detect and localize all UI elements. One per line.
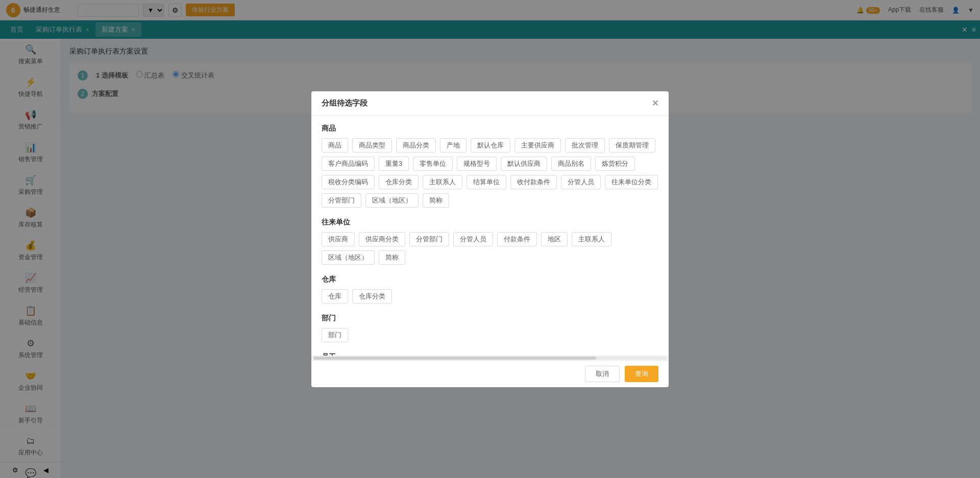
section-goods-tags: 商品 商品类型 商品分类 产地 默认仓库 主要供应商 批次管理 保质期管理 客户…	[322, 138, 658, 208]
field-tag-goods-type[interactable]: 商品类型	[352, 138, 392, 153]
field-tag-main-contact2[interactable]: 主联系人	[572, 232, 611, 246]
modal-footer: 取消 查询	[311, 360, 669, 387]
field-tag-retail-unit[interactable]: 零售单位	[413, 157, 453, 171]
modal-overlay: 分组待选字段 ✕ 商品 商品 商品类型 商品分类 产地 默认仓库 主要供应商 批…	[0, 0, 980, 478]
field-tag-warehouse-category[interactable]: 仓库分类	[379, 175, 419, 189]
field-tag-dept-mgmt[interactable]: 分管部门	[322, 193, 361, 208]
field-tag-goods-category[interactable]: 商品分类	[396, 138, 436, 153]
field-tag-customer-code[interactable]: 客户商品编码	[322, 157, 375, 171]
field-tag-main-supplier[interactable]: 主要供应商	[514, 138, 561, 153]
section-warehouse-title: 仓库	[322, 275, 658, 284]
modal-horizontal-scrollbar[interactable]	[311, 356, 669, 360]
section-warehouse-tags: 仓库 仓库分类	[322, 289, 658, 304]
field-tag-payment-cond[interactable]: 付款条件	[497, 232, 537, 246]
field-tag-related-unit-cat[interactable]: 往来单位分类	[605, 175, 658, 189]
section-partner-tags: 供应商 供应商分类 分管部门 分管人员 付款条件 地区 主联系人 区域（地区） …	[322, 232, 658, 265]
field-tag-settlement-unit[interactable]: 结算单位	[467, 175, 506, 189]
field-tag-goods-alias[interactable]: 商品别名	[551, 157, 591, 171]
field-tag-abbr-goods[interactable]: 简称	[423, 193, 449, 208]
field-tag-partner-dept[interactable]: 分管部门	[409, 232, 449, 246]
field-tag-payment-terms[interactable]: 收付款条件	[510, 175, 557, 189]
field-tag-warehouse[interactable]: 仓库	[322, 289, 348, 304]
field-tag-refine-points[interactable]: 炼货积分	[595, 157, 635, 171]
field-tag-tax-code[interactable]: 税收分类编码	[322, 175, 375, 189]
field-tag-main-contact[interactable]: 主联系人	[423, 175, 462, 189]
field-tag-spec-model[interactable]: 规格型号	[457, 157, 497, 171]
field-tag-default-warehouse[interactable]: 默认仓库	[471, 138, 510, 153]
field-tag-supplier-cat[interactable]: 供应商分类	[359, 232, 405, 246]
modal-close-button[interactable]: ✕	[652, 98, 658, 108]
field-tag-supplier[interactable]: 供应商	[322, 232, 355, 246]
field-tag-origin[interactable]: 产地	[440, 138, 467, 153]
field-tag-batch-mgmt[interactable]: 批次管理	[565, 138, 605, 153]
field-tag-area[interactable]: 地区	[541, 232, 568, 246]
modal-header: 分组待选字段 ✕	[311, 91, 669, 116]
field-tag-department[interactable]: 部门	[322, 328, 348, 342]
section-goods: 商品 商品 商品类型 商品分类 产地 默认仓库 主要供应商 批次管理 保质期管理…	[322, 124, 658, 208]
section-partner: 往来单位 供应商 供应商分类 分管部门 分管人员 付款条件 地区 主联系人 区域…	[322, 218, 658, 265]
modal-title: 分组待选字段	[322, 98, 368, 108]
field-tag-region-partner[interactable]: 区域（地区）	[322, 250, 375, 265]
field-select-modal: 分组待选字段 ✕ 商品 商品 商品类型 商品分类 产地 默认仓库 主要供应商 批…	[311, 91, 669, 387]
field-tag-goods[interactable]: 商品	[322, 138, 348, 153]
cancel-button[interactable]: 取消	[585, 366, 620, 382]
field-tag-supervisor[interactable]: 分管人员	[561, 175, 601, 189]
confirm-button[interactable]: 查询	[625, 366, 658, 382]
section-department-title: 部门	[322, 314, 658, 323]
field-tag-partner-person[interactable]: 分管人员	[453, 232, 493, 246]
section-goods-title: 商品	[322, 124, 658, 133]
field-tag-abbr-partner[interactable]: 简称	[379, 250, 405, 265]
section-department: 部门 部门	[322, 314, 658, 342]
field-tag-shelf-life[interactable]: 保质期管理	[609, 138, 655, 153]
field-tag-weight[interactable]: 重量3	[379, 157, 409, 171]
modal-body[interactable]: 商品 商品 商品类型 商品分类 产地 默认仓库 主要供应商 批次管理 保质期管理…	[311, 116, 669, 356]
section-department-tags: 部门	[322, 328, 658, 342]
field-tag-region-goods[interactable]: 区域（地区）	[365, 193, 419, 208]
section-warehouse: 仓库 仓库 仓库分类	[322, 275, 658, 304]
field-tag-default-supplier[interactable]: 默认供应商	[501, 157, 547, 171]
field-tag-warehouse-cat[interactable]: 仓库分类	[352, 289, 392, 304]
section-partner-title: 往来单位	[322, 218, 658, 227]
